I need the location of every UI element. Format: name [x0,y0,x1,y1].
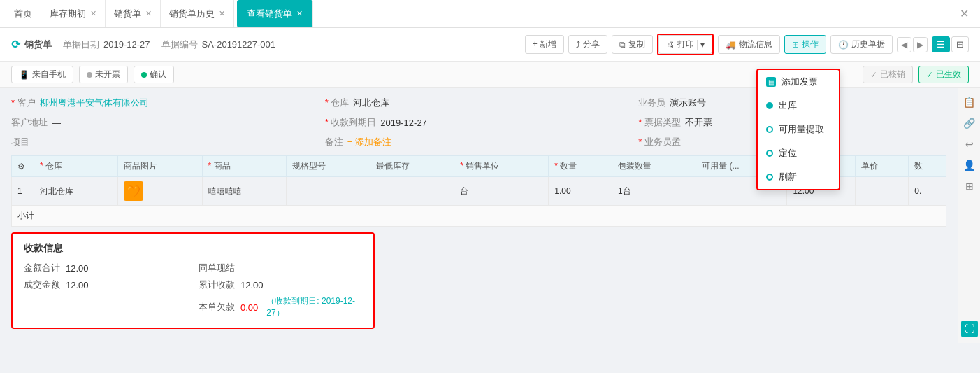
doc-actions: + 新增 ⤴ 分享 ⧉ 复制 🖨 打印 ▾ 🚚 物流信息 ⊞ [525,34,969,55]
side-icon-grid[interactable]: ⊞ [961,178,978,195]
th-min-stock: 最低库存 [370,156,454,177]
tab-sales-order[interactable]: 销货单 ✕ [106,0,161,27]
side-icon-return[interactable]: ↩ [961,136,978,153]
sales-rep-label: 业务员孟 [638,136,681,148]
payment-info-grid: 金额合计 12.00 同单现结 — 成交金额 12.00 累计收款 12.00 [24,262,362,319]
row-min-stock [370,177,454,206]
th-unit-price: 单价 [856,156,909,177]
sales-order-icon: ⟳ [11,38,20,51]
row-product-image: 🧡 [118,177,202,206]
project-label: 项目 [11,136,29,148]
dropdown-available-qty[interactable]: 可用量提取 [758,118,839,141]
dropdown-locate[interactable]: 定位 [758,141,839,165]
due-date-field: 收款到期日 2019-12-27 [325,116,633,129]
subtotal-label: 小计 [12,206,946,227]
print-dropdown-arrow[interactable]: ▾ [697,40,705,50]
cumulative-receipt-row: 累计收款 12.00 [199,279,362,291]
toolbar-separator [180,68,180,82]
dropdown-refresh[interactable]: 刷新 [758,165,839,189]
dropdown-add-invoice[interactable]: ▤ 添加发票 [758,70,839,94]
warehouse-field: 仓库 河北仓库 [325,97,633,109]
product-thumbnail: 🧡 [124,181,143,201]
window-close-button[interactable]: ✕ [954,7,974,20]
row-unit-price [856,177,909,206]
add-invoice-icon: ▤ [766,77,776,87]
grid-view-button[interactable]: ⊞ [951,36,969,52]
tab-sales-history-close[interactable]: ✕ [219,9,225,18]
cumulative-receipt-value: 12.00 [240,280,264,290]
confirm-button[interactable]: 确认 [134,66,174,83]
doc-header: ⟳ 销货单 单据日期 2019-12-27 单据编号 SA-20191227-0… [0,28,980,62]
logistics-button[interactable]: 🚚 物流信息 [718,35,780,54]
customer-label: 客户 [11,97,36,109]
th-sales-unit: 销售单位 [454,156,549,177]
share-button[interactable]: ⤴ 分享 [568,35,607,54]
th-pack-qty: 包装数量 [612,156,696,177]
table-settings-header[interactable]: ⚙ [12,156,34,177]
prev-button[interactable]: ◀ [897,37,911,52]
add-note-button[interactable]: + 添加备注 [347,136,391,148]
ticket-type-label: 票据类型 [638,116,681,129]
th-amount: 数 [909,156,946,177]
th-quantity: 数量 [549,156,612,177]
same-order-value: — [240,263,250,274]
amount-total-row: 金额合计 12.00 [24,262,187,274]
due-date-value: 2019-12-27 [380,118,427,128]
project-field: 项目 — [11,136,319,148]
transaction-amount-label: 成交金额 [24,279,60,291]
operations-dropdown: ▤ 添加发票 出库 可用量提取 定位 刷新 [756,69,840,190]
operations-icon: ⊞ [792,40,799,50]
project-value: — [34,137,43,148]
history-icon: 🕐 [838,40,849,50]
history-button[interactable]: 🕐 历史单据 [830,35,893,54]
ticket-type-value: 不开票 [685,116,712,129]
cancelled-check-icon: ✓ [870,70,877,80]
due-date-note: （收款到期日: 2019-12-27） [266,295,362,319]
tab-inventory-init[interactable]: 库存期初 ✕ [41,0,106,27]
payment-info-title: 收款信息 [24,242,362,255]
next-button[interactable]: ▶ [913,37,928,52]
warehouse-value: 河北仓库 [353,97,389,109]
tab-inventory-init-close[interactable]: ✕ [90,9,96,18]
side-icon-user[interactable]: 👤 [961,157,978,174]
operator-label: 业务员 [638,97,665,109]
share-icon: ⤴ [576,40,580,50]
side-icons-panel: 📋 🔗 ↩ 👤 ⊞ ⛶ [958,88,980,343]
print-button-wrapper: 🖨 打印 ▾ [657,34,714,55]
tab-home[interactable]: 首页 [6,0,41,27]
dropdown-outbound[interactable]: 出库 [758,94,839,118]
doc-date: 单据日期 2019-12-27 [63,38,150,51]
payment-info-box: 收款信息 金额合计 12.00 同单现结 — 成交金额 12.00 [11,232,375,329]
tab-bar: 首页 库存期初 ✕ 销货单 ✕ 销货单历史 ✕ 查看销货单 ✕ ✕ [0,0,980,28]
operations-button[interactable]: ⊞ 操作 [784,35,826,54]
not-open-button[interactable]: 未开票 [79,66,128,83]
cumulative-receipt-label: 累计收款 [199,279,235,291]
tab-view-sales-close[interactable]: ✕ [296,9,303,18]
new-button[interactable]: + 新增 [525,35,564,54]
th-product: 商品 [202,156,286,177]
side-icon-copy[interactable]: 📋 [961,94,978,111]
same-order-label: 同单现结 [199,262,235,274]
from-phone-button[interactable]: 📱 来自手机 [11,66,73,83]
side-icon-link[interactable]: 🔗 [961,115,978,132]
customer-value[interactable]: 柳州粤港平安气体有限公司 [40,97,149,109]
address-label: 客户地址 [11,116,48,129]
side-icon-expand[interactable]: ⛶ [961,321,978,337]
same-order-row: 同单现结 — [199,262,362,274]
transaction-amount-value: 12.00 [66,280,89,290]
row-warehouse: 河北仓库 [34,177,118,206]
row-pack-qty: 1台 [612,177,696,206]
confirm-dot [141,72,147,78]
tab-view-sales[interactable]: 查看销货单 ✕ [237,0,313,27]
operator-value: 演示账号 [670,97,706,109]
logistics-icon: 🚚 [726,40,736,50]
phone-icon: 📱 [19,70,29,80]
print-button[interactable]: 🖨 打印 ▾ [658,35,712,54]
list-view-button[interactable]: ☰ [932,36,950,52]
tab-sales-order-close[interactable]: ✕ [145,9,152,18]
address-value: — [52,118,61,128]
copy-button[interactable]: ⧉ 复制 [612,35,653,54]
copy-icon: ⧉ [619,40,626,50]
tab-sales-history[interactable]: 销货单历史 ✕ [161,0,234,27]
print-icon: 🖨 [666,40,675,50]
